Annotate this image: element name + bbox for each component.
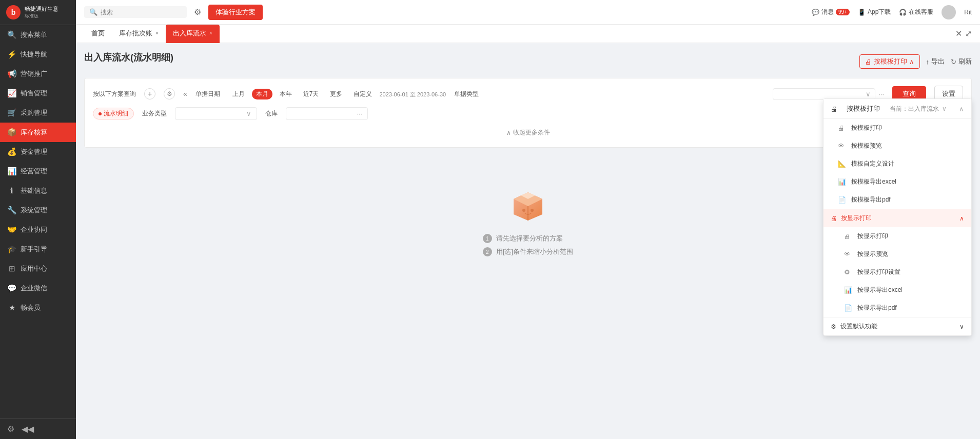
- dropdown-item-display-settings[interactable]: ⚙ 按显示打印设置: [824, 263, 971, 281]
- header-search-area[interactable]: 🔍: [84, 6, 187, 18]
- date-more-btn[interactable]: 更多: [326, 89, 346, 99]
- dropdown-item-display-print[interactable]: 🖨 按显示打印: [824, 227, 971, 245]
- sidebar-item-operations[interactable]: 📊 经营管理: [0, 162, 76, 181]
- tab-close-active-icon[interactable]: ×: [209, 30, 212, 36]
- cooperation-icon: 🤝: [7, 225, 16, 234]
- warehouse-select[interactable]: ···: [286, 107, 368, 120]
- header-settings-icon[interactable]: ⚙: [192, 5, 203, 19]
- sidebar-item-enterprise-wechat[interactable]: 💬 企业微信: [0, 278, 76, 298]
- guide-icon: 🎓: [7, 245, 16, 254]
- date-label: 单据日期: [195, 90, 220, 98]
- tip-text-1: 请先选择要分析的方案: [496, 234, 563, 243]
- search-input[interactable]: [101, 9, 162, 16]
- sidebar-item-label: 库存核算: [21, 128, 47, 137]
- sidebar-item-label: 资金管理: [21, 147, 47, 156]
- tab-inventory-batch[interactable]: 库存批次账 ×: [112, 25, 166, 43]
- warehouse-more-icon: ···: [357, 110, 362, 117]
- logo-icon: b: [6, 5, 21, 19]
- dropdown-item-display-excel[interactable]: 📊 按显示导出excel: [824, 281, 971, 299]
- display-pdf-icon: 📄: [844, 304, 852, 312]
- refresh-btn[interactable]: ↻ 刷新: [951, 57, 972, 66]
- dropdown-header-right: 当前：出入库流水 ∨: [890, 105, 947, 113]
- tab-stock-flow[interactable]: 出入库流水 ×: [166, 25, 220, 43]
- sidebar-item-label: 经营管理: [21, 167, 47, 176]
- filter-collapse-button[interactable]: «: [183, 90, 187, 98]
- printer-icon: 🖨: [865, 58, 872, 66]
- dropdown-item-template-pdf[interactable]: 📄 按模板导出pdf: [824, 191, 971, 209]
- date-this-month-btn[interactable]: 本月: [252, 89, 272, 99]
- section-arrow-up: ∧: [959, 215, 964, 222]
- marketing-icon: 📢: [7, 69, 16, 78]
- display-preview-label: 按显示预览: [857, 250, 888, 258]
- online-service-label: 在线客服: [909, 8, 933, 16]
- tab-close-icon[interactable]: ×: [155, 30, 159, 36]
- date-this-year-btn[interactable]: 本年: [276, 89, 296, 99]
- print-template-btn[interactable]: 🖨 按模板打印 ∧: [859, 54, 920, 69]
- sidebar-item-inventory[interactable]: 📦 库存核算: [0, 123, 76, 142]
- online-service-btn[interactable]: 🎧 在线客服: [899, 8, 933, 16]
- sidebar-item-membership[interactable]: ★ 畅会员: [0, 298, 76, 317]
- chevron-up-small-icon: ∧: [506, 129, 511, 136]
- sidebar-collapse-icon[interactable]: ◀◀: [22, 424, 34, 434]
- sidebar-item-search[interactable]: 🔍 搜索菜单: [0, 25, 76, 45]
- message-btn[interactable]: 💬 消息 99+: [812, 8, 850, 16]
- template-excel-label: 按模板导出excel: [851, 177, 896, 186]
- date-7days-btn[interactable]: 近7天: [299, 89, 323, 99]
- dropdown-footer[interactable]: ⚙ 设置默认功能 ∨: [824, 317, 971, 335]
- export-icon: ↑: [926, 58, 930, 66]
- sidebar-item-app-center[interactable]: ⊞ 应用中心: [0, 259, 76, 278]
- filter-scheme-label: 按以下方案查询: [93, 90, 136, 98]
- window-close-btn[interactable]: ✕: [955, 29, 962, 38]
- refresh-label: 刷新: [958, 57, 972, 66]
- template-pdf-icon: 📄: [838, 196, 846, 204]
- dropdown-arrow-up[interactable]: ∧: [959, 105, 964, 113]
- sidebar-logo: b 畅捷通好生意 标准版: [0, 0, 76, 25]
- sidebar-item-purchase[interactable]: 🛒 采购管理: [0, 103, 76, 123]
- empty-icon: [507, 185, 548, 226]
- dropdown-item-template-preview[interactable]: 👁 按模板预览: [824, 137, 971, 155]
- business-type-chevron: ∨: [246, 110, 251, 117]
- svg-point-5: [531, 209, 534, 212]
- export-label: 导出: [931, 57, 945, 66]
- export-btn[interactable]: ↑ 导出: [926, 57, 945, 66]
- dropdown-item-template-excel[interactable]: 📊 按模板导出excel: [824, 173, 971, 191]
- more-options-icon[interactable]: ···: [878, 90, 884, 98]
- dropdown-item-display-preview[interactable]: 👁 按显示预览: [824, 245, 971, 263]
- sidebar-item-cooperation[interactable]: 🤝 企业协同: [0, 220, 76, 240]
- sidebar-item-guide[interactable]: 🎓 新手引导: [0, 240, 76, 259]
- app-download-label: App下载: [868, 8, 891, 16]
- app-download-icon: 📱: [858, 9, 866, 16]
- dropdown-item-display-pdf[interactable]: 📄 按显示导出pdf: [824, 299, 971, 317]
- window-expand-btn[interactable]: ⤢: [965, 29, 972, 38]
- dropdown-arrow-down[interactable]: ∨: [942, 105, 947, 112]
- sidebar-bottom: ⚙ ◀◀: [0, 418, 76, 439]
- page-top-bar: 出入库流水(流水明细) 🖨 按模板打印 ∧ ↑ 导出 ↻ 刷新: [84, 51, 972, 72]
- date-prev-month-btn[interactable]: 上月: [228, 89, 249, 99]
- sidebar-settings-icon[interactable]: ⚙: [7, 424, 14, 434]
- sidebar-item-sales[interactable]: 📈 销售管理: [0, 84, 76, 103]
- header-right: 💬 消息 99+ 📱 App下载 🎧 在线客服 Rit: [812, 5, 972, 19]
- sidebar-item-basic[interactable]: ℹ 基础信息: [0, 181, 76, 201]
- sidebar-item-label: 畅会员: [21, 303, 41, 312]
- sidebar-item-marketing[interactable]: 📢 营销推广: [0, 64, 76, 84]
- filter-settings-button[interactable]: ⚙: [164, 88, 175, 99]
- quick-nav-icon: ⚡: [7, 50, 16, 59]
- tip-text-2: 用[选]条件来缩小分析范围: [496, 247, 573, 256]
- app-download-btn[interactable]: 📱 App下载: [858, 8, 891, 16]
- sidebar-item-finance[interactable]: 💰 资金管理: [0, 142, 76, 162]
- app-center-icon: ⊞: [7, 264, 16, 273]
- enterprise-wechat-icon: 💬: [7, 284, 16, 293]
- dropdown-item-template-design[interactable]: 📐 模板自定义设计: [824, 155, 971, 173]
- purchase-icon: 🛒: [7, 108, 16, 117]
- sidebar-item-quick-nav[interactable]: ⚡ 快捷导航: [0, 45, 76, 64]
- tab-home[interactable]: 首页: [84, 25, 112, 43]
- user-avatar[interactable]: [942, 5, 956, 19]
- dropdown-display-section-header[interactable]: 🖨 按显示打印 ∧: [824, 209, 971, 227]
- business-type-select[interactable]: ∨: [175, 107, 257, 120]
- trial-button[interactable]: 体验行业方案: [208, 5, 263, 20]
- sales-icon: 📈: [7, 89, 16, 98]
- dropdown-item-template-print[interactable]: 🖨 按模板打印: [824, 119, 971, 137]
- date-custom-btn[interactable]: 自定义: [349, 89, 376, 99]
- sidebar-item-system[interactable]: 🔧 系统管理: [0, 201, 76, 220]
- filter-add-button[interactable]: +: [144, 88, 155, 99]
